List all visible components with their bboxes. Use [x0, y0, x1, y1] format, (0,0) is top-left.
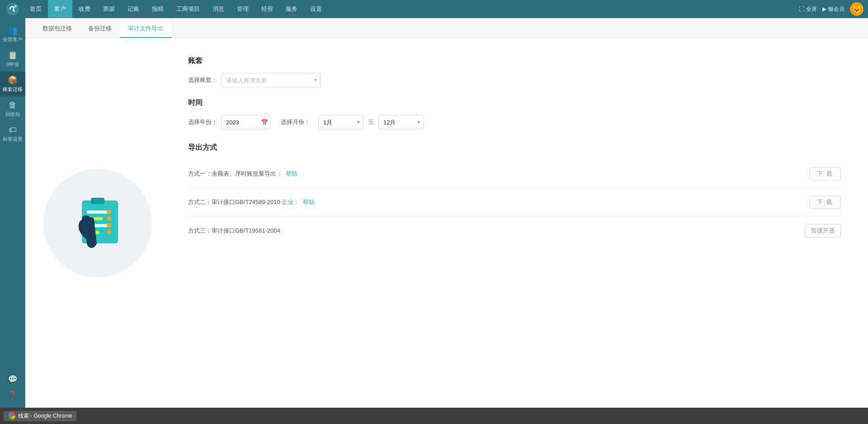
method-1-text: 方式一：余额表、序时账批量导出： 帮助	[188, 170, 804, 178]
method-2-help-link[interactable]: 帮助	[303, 199, 315, 205]
method-1-help-link[interactable]: 帮助	[286, 170, 297, 177]
year-input-wrap: 2023	[221, 115, 271, 129]
account-label: 选择账套：	[188, 76, 217, 84]
chat-icon: 💬	[8, 375, 18, 383]
sidebar-item-label: 账套迁移	[3, 86, 23, 93]
end-month-select[interactable]: 1月2月3月4月 5月6月7月8月 9月10月11月12月	[378, 115, 424, 129]
sidebar-item-chat[interactable]: 💬	[0, 371, 25, 387]
fullscreen-label: 全屏	[806, 5, 817, 13]
nav-customer[interactable]: 客户	[48, 0, 72, 18]
illustration-side	[25, 38, 170, 408]
user-avatar[interactable]: 🐱	[850, 2, 863, 16]
year-input[interactable]: 2023	[221, 115, 271, 129]
content-area: 数据包迁移 备份迁移 审计文件导出	[25, 18, 868, 408]
taskbar-chrome-item[interactable]: 线索 - Google Chrome	[4, 411, 76, 421]
method-2-text: 方式二：审计接口GB/T24589-2010 企业： 帮助	[188, 198, 804, 206]
account-input-wrap	[221, 73, 321, 87]
method-2-btn-label: 下 载	[817, 198, 833, 206]
tag-settings-icon: 🏷	[9, 126, 17, 134]
sidebar-item-tag-settings[interactable]: 🏷 标签设置	[0, 121, 25, 146]
tab-backup-migration[interactable]: 备份迁移	[80, 20, 120, 38]
zero-declaration-icon: 📋	[8, 51, 18, 59]
taskbar: 线索 - Google Chrome	[0, 408, 868, 424]
sidebar-item-label: 回收站	[5, 111, 20, 118]
end-month-select-wrap: 1月2月3月4月 5月6月7月8月 9月10月11月12月	[378, 115, 424, 129]
export-section-title: 导出方式	[188, 143, 841, 152]
sidebar-item-recycle-bin[interactable]: 🗑 回收站	[0, 96, 25, 121]
member-label: 畅会员	[828, 5, 844, 13]
page-content: 账套 选择账套： 时间 选择年份： 2023 选择月份：	[25, 38, 868, 408]
export-method-3: 方式三：审计接口GB/T19581-2004 暂缓开通	[188, 217, 841, 245]
member-button[interactable]: ▶ 畅会员	[822, 5, 844, 13]
sidebar-item-label: 全部客户	[3, 36, 23, 43]
method-2-label: 方式二：审计接口GB/T24589-2010	[188, 199, 280, 205]
method-3-label: 方式三：审计接口GB/T19581-2004	[188, 227, 280, 234]
to-separator: 至	[368, 118, 374, 126]
tab-audit-export[interactable]: 审计文件导出	[120, 20, 171, 38]
sidebar-item-label: 0申报	[6, 61, 19, 68]
method-1-download-button[interactable]: 下 载	[809, 167, 841, 181]
export-method-2: 方式二：审计接口GB/T24589-2010 企业： 帮助 下 载	[188, 188, 841, 217]
nav-message[interactable]: 消息	[206, 0, 231, 18]
svg-rect-4	[87, 210, 109, 214]
svg-rect-3	[91, 198, 104, 204]
month-label: 选择月份：	[281, 118, 310, 126]
illustration-svg	[61, 187, 134, 259]
year-label: 选择年份：	[188, 118, 217, 126]
nav-tax[interactable]: 报税	[146, 0, 170, 18]
sidebar: 👥 全部客户 📋 0申报 📦 账套迁移 🗑 回收站 🏷 标签设置 💬 ❓	[0, 18, 25, 408]
account-migration-icon: 📦	[8, 76, 18, 84]
sidebar-bottom: 💬 ❓	[0, 371, 25, 408]
nav-home[interactable]: 首页	[24, 0, 48, 18]
svg-point-1	[14, 5, 17, 8]
top-nav-right: ⛶ 全屏 ▶ 畅会员 🐱	[799, 2, 863, 16]
nav-manage[interactable]: 管理	[231, 0, 255, 18]
method-3-text: 方式三：审计接口GB/T19581-2004	[188, 227, 799, 235]
sidebar-item-account-migration[interactable]: 📦 账套迁移	[0, 71, 25, 96]
svg-point-0	[6, 3, 19, 15]
account-row: 选择账套：	[188, 73, 841, 87]
sidebar-item-all-customers[interactable]: 👥 全部客户	[0, 22, 25, 47]
svg-point-9	[107, 216, 111, 221]
method-3-open-button[interactable]: 暂缓开通	[805, 224, 841, 238]
method-2-company-tag: 企业：	[282, 199, 299, 205]
help-icon: ❓	[8, 391, 18, 400]
svg-point-8	[107, 210, 111, 214]
sidebar-item-zero-declaration[interactable]: 📋 0申报	[0, 47, 25, 71]
sidebar-item-help[interactable]: ❓	[0, 387, 25, 403]
chrome-icon	[8, 412, 15, 419]
time-controls: 2023 选择月份： 1月2月3月4月 5月6月7月8月 9月10月11月12月…	[221, 115, 424, 129]
all-customers-icon: 👥	[8, 26, 18, 34]
account-section-title: 账套	[188, 56, 841, 66]
nav-business[interactable]: 工商项目	[170, 0, 206, 18]
top-navigation: 首页 客户 收费 票据 记账 报税 工商项目 消息 管理 经营 服务 设置 ⛶ …	[0, 0, 868, 18]
method-1-label: 方式一：余额表、序时账批量导出：	[188, 170, 282, 177]
nav-service[interactable]: 服务	[279, 0, 304, 18]
nav-items: 首页 客户 收费 票据 记账 报税 工商项目 消息 管理 经营 服务 设置	[24, 0, 799, 18]
taskbar-chrome-label: 线索 - Google Chrome	[18, 412, 72, 420]
illustration-circle	[43, 169, 152, 277]
form-side: 账套 选择账套： 时间 选择年份： 2023 选择月份：	[170, 38, 868, 408]
nav-operation[interactable]: 经营	[255, 0, 279, 18]
nav-settings[interactable]: 设置	[304, 0, 328, 18]
recycle-bin-icon: 🗑	[9, 101, 17, 109]
svg-point-10	[107, 223, 111, 228]
start-month-select-wrap: 1月2月3月4月 5月6月7月8月 9月10月11月12月	[318, 115, 363, 129]
member-icon: ▶	[822, 6, 826, 12]
export-section: 导出方式 方式一：余额表、序时账批量导出： 帮助 下 载	[188, 143, 841, 245]
time-section-title: 时间	[188, 98, 841, 108]
method-2-download-button[interactable]: 下 载	[809, 195, 841, 209]
nav-billing[interactable]: 收费	[72, 0, 97, 18]
nav-invoice[interactable]: 票据	[97, 0, 121, 18]
app-logo[interactable]	[5, 1, 21, 17]
svg-point-11	[107, 230, 111, 234]
method-1-btn-label: 下 载	[817, 170, 833, 178]
nav-accounting[interactable]: 记账	[121, 0, 146, 18]
tab-data-migration[interactable]: 数据包迁移	[34, 20, 80, 38]
start-month-select[interactable]: 1月2月3月4月 5月6月7月8月 9月10月11月12月	[318, 115, 363, 129]
export-method-1: 方式一：余额表、序时账批量导出： 帮助 下 载	[188, 160, 841, 188]
account-select-input[interactable]	[221, 73, 321, 87]
time-row: 选择年份： 2023 选择月份： 1月2月3月4月 5月6月7月8月 9月10月…	[188, 115, 841, 129]
fullscreen-button[interactable]: ⛶ 全屏	[799, 5, 817, 13]
fullscreen-icon: ⛶	[799, 6, 804, 12]
